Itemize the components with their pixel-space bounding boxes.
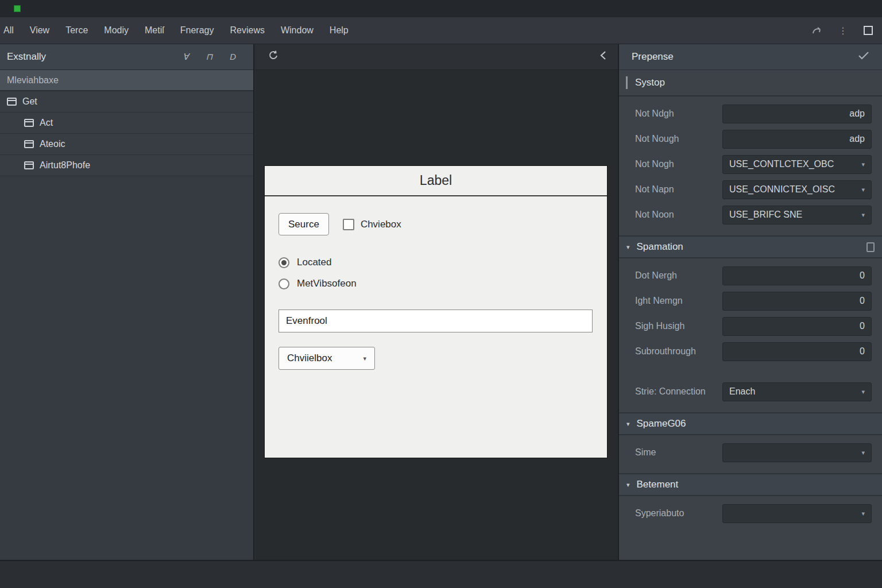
property-row: Syperiabuto ▾ bbox=[619, 501, 882, 526]
property-input[interactable]: 0 bbox=[722, 342, 872, 361]
tree-item-root[interactable]: Get bbox=[0, 91, 253, 113]
maximize-icon[interactable] bbox=[864, 26, 873, 35]
refresh-icon[interactable] bbox=[268, 50, 279, 64]
tree-item-label: Airtut8Phofe bbox=[40, 160, 90, 171]
section-title: SpameG06 bbox=[637, 418, 686, 430]
detach-icon[interactable]: D bbox=[230, 52, 236, 62]
property-input[interactable]: adp bbox=[722, 105, 872, 123]
checkbox-label: Chviebox bbox=[361, 219, 401, 230]
section-title: Spamation bbox=[637, 241, 683, 253]
tree-item-airtut8phofe[interactable]: Airtut8Phofe bbox=[0, 155, 253, 176]
menu-item-all[interactable]: All bbox=[0, 17, 22, 44]
properties-panel: Prepense Systop Not Ndgh adp Not Nough a… bbox=[618, 44, 882, 560]
section-header-betement[interactable]: ▾ Betement bbox=[619, 473, 882, 496]
title-bar bbox=[0, 0, 882, 17]
chevron-down-icon: ▾ bbox=[363, 355, 366, 362]
canvas-header bbox=[256, 44, 618, 70]
menu-item-help[interactable]: Help bbox=[322, 17, 357, 44]
explorer-title: Exstnally bbox=[7, 51, 183, 63]
property-dropdown[interactable]: USE_BRIFC SNE ▾ bbox=[722, 206, 872, 225]
property-row: Dot Nergh 0 bbox=[619, 263, 882, 288]
section-header-spame606[interactable]: ▾ SpameG06 bbox=[619, 412, 882, 435]
property-value: 0 bbox=[860, 296, 865, 306]
chevron-down-icon: ▾ bbox=[861, 211, 865, 219]
menu-item-modiy[interactable]: Modiy bbox=[96, 17, 137, 44]
tree-item-ateoic[interactable]: Ateoic bbox=[0, 134, 253, 155]
chevron-down-icon: ▾ bbox=[861, 449, 865, 457]
chevron-down-icon: ▾ bbox=[861, 161, 865, 168]
menu-bar: All View Terce Modiy Metiſ Fneragy Revie… bbox=[0, 17, 882, 44]
property-dropdown[interactable]: USE_CONTLCTEX_OBC ▾ bbox=[722, 155, 872, 174]
property-row: Sime ▾ bbox=[619, 440, 882, 465]
preview-button[interactable]: Seurce bbox=[278, 213, 329, 235]
property-input[interactable]: adp bbox=[722, 130, 872, 149]
property-label: Sigh Husigh bbox=[635, 321, 722, 331]
checkbox-icon bbox=[343, 219, 354, 230]
radio-label: MetVibsofeon bbox=[297, 278, 357, 289]
property-row: Ight Nemgn 0 bbox=[619, 288, 882, 314]
kebab-menu-icon[interactable]: ⋮ bbox=[838, 25, 848, 36]
text-input-value: Evenfrool bbox=[286, 315, 327, 327]
preview-dropdown[interactable]: Chviielbox ▾ bbox=[278, 347, 375, 370]
property-label: Sime bbox=[635, 447, 722, 458]
property-row: Sigh Husigh 0 bbox=[619, 314, 882, 339]
sort-icon[interactable]: Ɐ bbox=[183, 52, 188, 62]
tree-item-label: Act bbox=[40, 118, 53, 128]
status-indicator-icon bbox=[14, 5, 21, 12]
preview-radio-located[interactable]: Located bbox=[278, 257, 593, 268]
systop-rows: Not Ndgh adp Not Nough adp Not Nogh USE_… bbox=[619, 96, 882, 227]
property-row: Not Nough adp bbox=[619, 126, 882, 152]
property-dropdown[interactable]: ▾ bbox=[722, 443, 872, 462]
radio-unselected-icon bbox=[278, 278, 289, 289]
redo-arrow-icon[interactable] bbox=[812, 26, 822, 35]
chevron-down-icon: ▾ bbox=[861, 186, 865, 194]
property-label: Not Nogh bbox=[635, 159, 722, 169]
document-icon[interactable] bbox=[866, 242, 875, 252]
menu-item-meti[interactable]: Metiſ bbox=[137, 17, 172, 44]
property-input[interactable]: 0 bbox=[722, 317, 872, 336]
menu-item-window[interactable]: Window bbox=[273, 17, 322, 44]
tree-item-label: Ateoic bbox=[40, 139, 65, 149]
property-value: USE_CONNICTEX_OISC bbox=[729, 184, 835, 195]
property-value: 0 bbox=[860, 321, 865, 331]
window-controls: ⋮ bbox=[812, 25, 882, 36]
property-input[interactable]: 0 bbox=[722, 266, 872, 285]
chevron-down-icon: ▾ bbox=[626, 420, 630, 428]
explorer-panel: Exstnally Ɐ ⊓ D Mleviahbaxe Get Act Ateo… bbox=[0, 44, 254, 560]
check-icon[interactable] bbox=[858, 51, 869, 63]
filter-icon[interactable]: ⊓ bbox=[206, 52, 212, 62]
collapse-chevron-icon[interactable] bbox=[600, 51, 606, 63]
window-icon bbox=[24, 161, 34, 169]
property-label: Ight Nemgn bbox=[635, 296, 722, 306]
property-dropdown[interactable]: USE_CONNICTEX_OISC ▾ bbox=[722, 180, 872, 199]
property-row: Not Noon USE_BRIFC SNE ▾ bbox=[619, 202, 882, 227]
radio-selected-icon bbox=[278, 257, 289, 268]
property-dropdown[interactable]: ▾ bbox=[722, 504, 872, 523]
section-header-spamation[interactable]: ▾ Spamation bbox=[619, 235, 882, 258]
property-dropdown[interactable]: Enach ▾ bbox=[722, 382, 872, 401]
property-label: Not Napn bbox=[635, 184, 722, 195]
property-row: Not Nogh USE_CONTLCTEX_OBC ▾ bbox=[619, 152, 882, 177]
tree-filter-input[interactable]: Mleviahbaxe bbox=[0, 70, 253, 91]
betement-rows: Syperiabuto ▾ bbox=[619, 496, 882, 526]
form-title: Label bbox=[265, 166, 607, 196]
menu-item-fneragy[interactable]: Fneragy bbox=[172, 17, 222, 44]
properties-header: Prepense bbox=[619, 44, 882, 70]
section-header-systop[interactable]: Systop bbox=[619, 70, 882, 96]
preview-text-input[interactable]: Evenfrool bbox=[278, 310, 593, 332]
menu-item-terce[interactable]: Terce bbox=[57, 17, 96, 44]
menu-item-reviews[interactable]: Reviews bbox=[222, 17, 272, 44]
menu-item-view[interactable]: View bbox=[22, 17, 57, 44]
tree-item-act[interactable]: Act bbox=[0, 113, 253, 134]
property-label: Syperiabuto bbox=[635, 508, 722, 519]
property-label: Not Noon bbox=[635, 210, 722, 220]
property-value: USE_BRIFC SNE bbox=[729, 210, 802, 220]
preview-radio-metvibsofeon[interactable]: MetVibsofeon bbox=[278, 278, 593, 289]
explorer-toolbar: Ɐ ⊓ D bbox=[183, 52, 246, 62]
property-value: adp bbox=[849, 134, 865, 144]
property-label: Strie: Connection bbox=[635, 386, 722, 397]
property-row: Not Napn USE_CONNICTEX_OISC ▾ bbox=[619, 177, 882, 202]
property-input[interactable]: 0 bbox=[722, 292, 872, 311]
preview-checkbox[interactable]: Chviebox bbox=[343, 219, 401, 230]
property-value: adp bbox=[849, 109, 865, 119]
